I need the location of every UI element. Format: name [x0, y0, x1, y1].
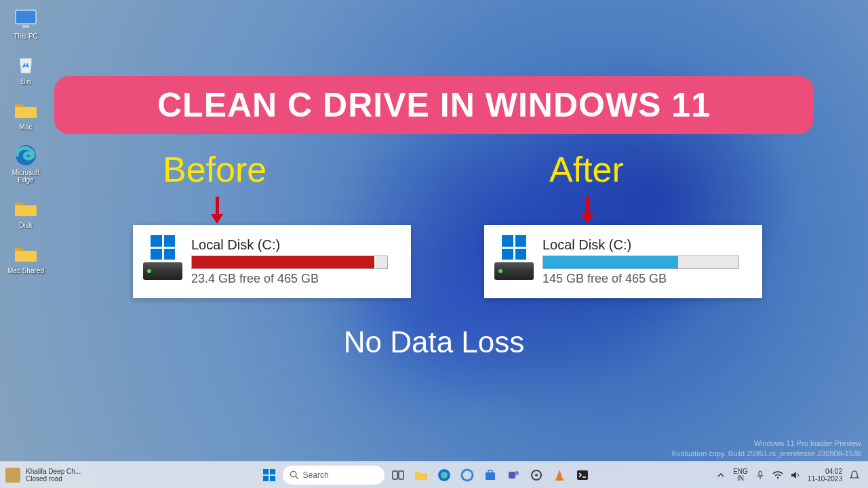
- thumbnail-subtitle: No Data Loss: [0, 325, 868, 359]
- watermark-line: Windows 11 Pro Insider Preview: [672, 439, 861, 448]
- taskbar-app-copilot[interactable]: [458, 466, 477, 485]
- svg-point-7: [290, 471, 296, 476]
- taskbar-tray: ENG IN 04:02 11-10-2023: [715, 468, 868, 483]
- svg-point-17: [515, 471, 519, 475]
- taskbar-app-explorer[interactable]: [412, 466, 431, 485]
- now-playing-thumb-icon: [5, 468, 20, 483]
- drive-tile-before: Local Disk (C:) 23.4 GB free of 465 GB: [133, 225, 411, 298]
- svg-rect-16: [509, 472, 515, 479]
- this-pc-icon: [14, 7, 38, 31]
- desktop-icon-label: Disk: [19, 222, 32, 229]
- desktop-icon-label: Mac: [20, 123, 33, 131]
- folder-icon: [14, 98, 38, 122]
- drive-os-icon: [494, 235, 534, 288]
- windows-logo-icon: [151, 235, 175, 260]
- drive-tile-after: Local Disk (C:) 145 GB free of 465 GB: [484, 225, 762, 298]
- taskbar-app-vlc[interactable]: [550, 466, 569, 485]
- recycle-bin-icon: [14, 52, 38, 77]
- desktop-icon-recycle-bin[interactable]: Bin: [5, 52, 46, 85]
- taskbar: Khalifa Deep Ch... Closed road Search EN…: [0, 461, 868, 488]
- drive-free-text: 145 GB free of 465 GB: [542, 272, 753, 286]
- now-playing-subtitle: Closed road: [26, 475, 81, 483]
- folder-icon: [14, 196, 38, 220]
- label-before: Before: [163, 149, 267, 190]
- svg-rect-5: [263, 476, 269, 481]
- taskbar-app-teams[interactable]: [504, 466, 523, 485]
- drive-name: Local Disk (C:): [191, 237, 401, 253]
- taskbar-app-store[interactable]: [481, 466, 500, 485]
- svg-rect-10: [399, 471, 403, 479]
- drive-usage-bar: [542, 256, 739, 269]
- drive-free-text: 23.4 GB free of 465 GB: [191, 272, 401, 286]
- desktop-icon-folder-disk[interactable]: Disk: [5, 196, 46, 229]
- clock-date: 11-10-2023: [808, 475, 842, 483]
- desktop-icon-label: Bin: [21, 78, 31, 85]
- lang-top: ENG: [733, 468, 748, 475]
- language-indicator[interactable]: ENG IN: [733, 468, 748, 482]
- desktop-icon-label: This PC: [14, 33, 38, 40]
- label-after: After: [549, 149, 624, 190]
- desktop-icon-folder-mac[interactable]: Mac: [5, 98, 46, 131]
- svg-rect-21: [577, 470, 588, 480]
- desktop-icon-folder-shared[interactable]: Mac Shared: [5, 241, 46, 274]
- svg-point-13: [462, 470, 473, 481]
- clock-time: 04:02: [808, 468, 842, 475]
- svg-rect-15: [488, 470, 492, 473]
- svg-rect-9: [393, 471, 397, 479]
- notifications-icon[interactable]: [849, 470, 860, 481]
- desktop-icon-edge[interactable]: Microsoft Edge: [5, 143, 46, 184]
- thumbnail-title: CLEAN C DRIVE IN WINDOWS 11: [54, 76, 814, 134]
- svg-rect-4: [270, 469, 275, 474]
- taskbar-app-terminal[interactable]: [573, 466, 592, 485]
- task-view-button[interactable]: [389, 466, 408, 485]
- arrow-down-icon: [582, 197, 593, 224]
- svg-line-8: [296, 476, 298, 479]
- desktop-icon-this-pc[interactable]: This PC: [5, 7, 46, 40]
- svg-point-23: [777, 476, 778, 478]
- svg-rect-3: [263, 469, 269, 474]
- drive-name: Local Disk (C:): [542, 237, 753, 253]
- start-button[interactable]: [260, 466, 279, 485]
- thumbnail-title-text: CLEAN C DRIVE IN WINDOWS 11: [157, 86, 711, 124]
- search-icon: [290, 470, 299, 480]
- svg-rect-22: [759, 471, 762, 476]
- drive-usage-bar: [191, 256, 388, 269]
- taskbar-center: Search: [136, 466, 715, 485]
- microphone-icon[interactable]: [755, 470, 766, 481]
- svg-rect-20: [555, 479, 564, 481]
- drive-os-icon: [142, 235, 183, 288]
- desktop-icon-label: Mac Shared: [7, 267, 44, 274]
- taskbar-clock[interactable]: 04:02 11-10-2023: [808, 468, 842, 483]
- svg-point-19: [535, 474, 538, 476]
- hdd-icon: [494, 262, 534, 280]
- wifi-icon[interactable]: [772, 470, 783, 481]
- taskbar-app-edge[interactable]: [435, 466, 454, 485]
- watermark-line: Evaluation copy. Build 25951.rs_prerelea…: [672, 449, 861, 458]
- taskbar-search[interactable]: Search: [283, 466, 384, 485]
- windows-watermark: Windows 11 Pro Insider Preview Evaluatio…: [672, 439, 861, 458]
- svg-rect-0: [16, 10, 36, 24]
- chevron-up-icon[interactable]: [715, 470, 726, 481]
- arrow-down-icon: [212, 197, 222, 224]
- svg-rect-1: [22, 25, 29, 28]
- desktop-icon-label: Microsoft Edge: [7, 169, 45, 184]
- desktop-icons-column: This PC Bin Mac Microsoft Edge Disk Mac …: [5, 7, 46, 274]
- svg-rect-6: [270, 476, 275, 481]
- search-placeholder: Search: [303, 470, 329, 480]
- windows-logo-icon: [502, 235, 526, 260]
- folder-icon: [14, 241, 38, 266]
- lang-bottom: IN: [733, 475, 748, 482]
- volume-icon[interactable]: [790, 470, 801, 481]
- taskbar-app-settings[interactable]: [527, 466, 546, 485]
- svg-point-12: [441, 472, 448, 479]
- now-playing-title: Khalifa Deep Ch...: [26, 468, 81, 475]
- edge-icon: [14, 143, 38, 167]
- taskbar-now-playing[interactable]: Khalifa Deep Ch... Closed road: [0, 468, 136, 483]
- hdd-icon: [143, 262, 182, 280]
